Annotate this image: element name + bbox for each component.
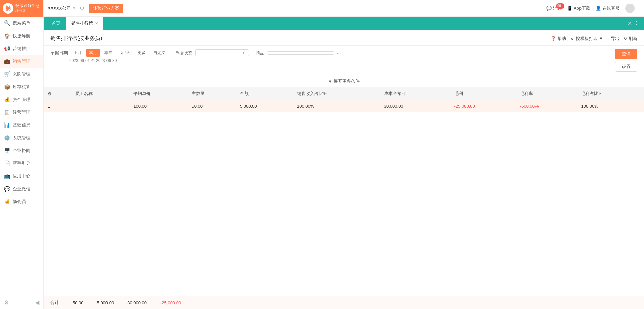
sidebar-item-3[interactable]: 💼 销售管理 — [0, 55, 43, 68]
tab-close-all-icon[interactable]: ✕ — [628, 20, 632, 27]
date-label: 单据日期 — [50, 50, 68, 56]
cell-gross-rate: -500.00% — [516, 100, 577, 112]
sidebar-label-9: 系统管理 — [13, 135, 30, 141]
app-label: App下载 — [574, 5, 590, 11]
content-area: 销售排行榜(按业务员) ❓ 帮助 🖨 按模板打印 ▼ ↑ 导出 ↻ 刷新 — [44, 30, 644, 309]
export-btn[interactable]: ↑ 导出 — [607, 36, 620, 42]
sidebar-icon-4: 🛒 — [4, 71, 10, 77]
tab-restore-icon[interactable]: ⛶ — [636, 20, 641, 27]
cell-name — [71, 100, 129, 112]
date-btn-prev-month[interactable]: 上月 — [71, 49, 85, 57]
tab-sales-rank[interactable]: 销售排行榜 ✕ — [66, 17, 103, 30]
sidebar-label-3: 销售管理 — [13, 58, 30, 64]
trial-btn[interactable]: 体验行业方案 — [89, 4, 123, 13]
sidebar-item-14[interactable]: ✌️ 畅会员 — [0, 195, 43, 208]
sidebar-label-12: 应用中心 — [13, 173, 30, 179]
more-filters-btn[interactable]: ··· — [337, 50, 341, 56]
expand-more-btn[interactable]: ▼ 展开更多条件 — [328, 78, 360, 84]
sidebar-label-6: 资金管理 — [13, 97, 30, 103]
date-filter: 单据日期 上月 本月 本年 近7天 更多 自定义 — [50, 49, 168, 57]
footer-amount: 5,000.00 — [97, 300, 114, 305]
sidebar-icon-2: 📢 — [4, 46, 10, 52]
expand-chevron-icon: ▼ — [328, 79, 332, 84]
tab-close-icon[interactable]: ✕ — [95, 21, 98, 26]
cell-gross: -25,000.00 — [450, 100, 516, 112]
sidebar-icon-7: 📋 — [4, 109, 10, 115]
settings-icon[interactable]: ⚙ — [4, 299, 9, 306]
col-gross-rate: 毛利率 — [516, 87, 577, 100]
app-download-btn[interactable]: 📱 App下载 — [567, 5, 590, 11]
cell-avg-price: 100.00 — [129, 100, 187, 112]
refresh-btn[interactable]: ↻ 刷新 — [624, 36, 637, 42]
date-btn-cur-month[interactable]: 本月 — [86, 49, 100, 57]
status-label: 单据状态 — [175, 50, 192, 56]
sidebar-icon-11: 📄 — [4, 160, 10, 166]
help-label: 帮助 — [557, 36, 566, 42]
topbar: XXXXX公司 ▼ ⚙ 体验行业方案 💬 消息 99+ 📱 App下载 👤 在线… — [44, 0, 644, 17]
sidebar-logo: 畅 畅康通好生意 标准版 — [0, 0, 43, 17]
date-range-display: 2023-06-01 至 2023-06-30 — [69, 58, 117, 63]
goods-filter: 商品 ··· — [256, 50, 341, 56]
sidebar-item-4[interactable]: 🛒 采购管理 — [0, 68, 43, 81]
sidebar-item-5[interactable]: 📦 库存核算 — [0, 81, 43, 93]
cell-cost: 30,000.00 — [380, 100, 450, 112]
collapse-icon[interactable]: ◀ — [35, 299, 39, 306]
sidebar-item-7[interactable]: 📋 经营管理 — [0, 106, 43, 119]
topbar-gear-icon[interactable]: ⚙ — [80, 5, 84, 11]
logo-icon: 畅 — [3, 3, 13, 14]
settings-btn[interactable]: 设置 — [615, 62, 637, 72]
footer-cost: 30,000.00 — [127, 300, 147, 305]
print-btn[interactable]: 🖨 按模板打印 ▼ — [570, 36, 603, 42]
tab-home[interactable]: 首页 — [46, 17, 66, 30]
company-dropdown-arrow: ▼ — [72, 6, 76, 10]
sidebar-item-10[interactable]: 🖥️ 企业协同 — [0, 144, 43, 157]
tabbar-right: ✕ ⛶ — [628, 20, 641, 27]
message-btn[interactable]: 💬 消息 99+ — [546, 5, 562, 11]
help-btn[interactable]: ❓ 帮助 — [551, 36, 566, 42]
col-name: 员工名称 — [71, 87, 129, 100]
data-table: ⚙ 员工名称 平均单价 主数量 全额 销售收入占比% 成本全额 ⓘ 毛利 毛利率… — [44, 87, 644, 112]
sidebar-item-12[interactable]: 📺 应用中心 — [0, 170, 43, 183]
company-name: XXXXX公司 — [48, 5, 71, 11]
table-header: ⚙ 员工名称 平均单价 主数量 全额 销售收入占比% 成本全额 ⓘ 毛利 毛利率… — [44, 87, 644, 100]
avatar[interactable] — [625, 4, 635, 13]
query-btn[interactable]: 查询 — [615, 49, 637, 59]
sidebar-icon-13: 💬 — [4, 186, 10, 192]
tab-home-label: 首页 — [52, 20, 60, 27]
sidebar-label-8: 基础信息 — [13, 122, 30, 128]
col-amount: 全额 — [236, 87, 293, 100]
date-btn-cur-year[interactable]: 本年 — [101, 49, 116, 57]
sidebar-item-1[interactable]: 🏠 快捷导航 — [0, 30, 43, 42]
sidebar-item-6[interactable]: 💰 资金管理 — [0, 93, 43, 106]
cell-amount: 5,000.00 — [236, 100, 293, 112]
settings-col-icon[interactable]: ⚙ — [48, 91, 52, 96]
sidebar-label-10: 企业协同 — [13, 148, 30, 154]
export-label: 导出 — [611, 36, 619, 42]
date-btn-7days[interactable]: 近7天 — [117, 49, 133, 57]
company-selector[interactable]: XXXXX公司 ▼ — [48, 5, 76, 11]
tabbar: 首页 销售排行榜 ✕ ✕ ⛶ — [44, 17, 644, 30]
logo-sub: 标准版 — [15, 9, 40, 13]
print-label: 按模板打印 — [576, 36, 598, 42]
online-service-btn[interactable]: 👤 在线客服 — [596, 5, 620, 11]
message-badge: 99+ — [556, 3, 564, 9]
sidebar-label-1: 快捷导航 — [13, 33, 30, 39]
cost-info-icon[interactable]: ⓘ — [402, 91, 406, 96]
page-title: 销售排行榜(按业务员) — [50, 35, 102, 42]
sidebar-item-8[interactable]: 📊 基础信息 — [0, 119, 43, 132]
message-icon: 💬 — [546, 6, 552, 11]
sidebar-icon-10: 🖥️ — [4, 148, 10, 154]
date-btn-custom[interactable]: 自定义 — [150, 49, 168, 57]
cell-sales-pct: 100.00% — [293, 100, 380, 112]
sidebar-icon-8: 📊 — [4, 122, 10, 128]
status-select[interactable]: ▼ — [195, 49, 249, 56]
sidebar-label-2: 营销推广 — [13, 46, 30, 52]
sidebar-item-9[interactable]: ⚙️ 系统管理 — [0, 132, 43, 144]
sidebar-item-13[interactable]: 💬 企业微信 — [0, 183, 43, 195]
sidebar-item-0[interactable]: 🔍 搜索菜单 — [0, 17, 43, 30]
date-btn-more[interactable]: 更多 — [135, 49, 149, 57]
goods-input[interactable] — [267, 51, 334, 55]
sidebar-item-2[interactable]: 📢 营销推广 — [0, 42, 43, 55]
page-actions: ❓ 帮助 🖨 按模板打印 ▼ ↑ 导出 ↻ 刷新 — [551, 36, 637, 42]
sidebar-item-11[interactable]: 📄 新手引导 — [0, 157, 43, 170]
